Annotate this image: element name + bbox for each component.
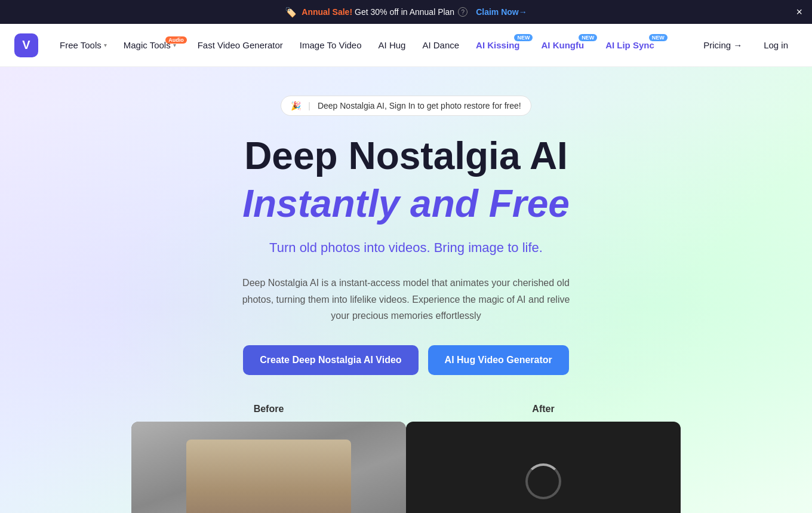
hero-title: Deep Nostalgia AI <box>244 135 568 177</box>
after-image <box>406 422 681 513</box>
ai-hug-video-button[interactable]: AI Hug Video Generator <box>428 345 569 375</box>
logo-icon: V <box>14 33 38 57</box>
nav-right: Pricing → Log in <box>696 35 798 55</box>
ai-hug-label: AI Hug <box>379 40 406 50</box>
ai-kissing-label: AI Kissing <box>476 40 519 50</box>
magic-tools-label: Magic Tools <box>124 40 171 50</box>
pricing-label: Pricing <box>703 40 731 50</box>
loading-spinner <box>525 463 561 499</box>
navbar: V Free Tools ▾ Magic Tools ▾ Audio Fast … <box>0 24 812 67</box>
nav-item-free-tools[interactable]: Free Tools ▾ <box>53 35 114 55</box>
chip-divider: | <box>308 101 310 110</box>
ai-dance-label: AI Dance <box>422 40 459 50</box>
login-button[interactable]: Log in <box>754 35 798 55</box>
nav-item-ai-hug[interactable]: AI Hug <box>371 35 413 55</box>
before-column: Before <box>131 404 406 513</box>
chip-text: Deep Nostalgia AI, Sign In to get photo … <box>318 101 521 110</box>
hero-title-colored: Instantly and Free <box>242 182 570 226</box>
chevron-down-icon: ▾ <box>104 42 107 48</box>
hero-buttons: Create Deep Nostalgia AI Video AI Hug Vi… <box>243 345 569 375</box>
vintage-photo <box>131 422 406 513</box>
hero-subtitle: Turn old photos into videos. Bring image… <box>269 240 543 256</box>
nav-item-ai-dance[interactable]: AI Dance <box>415 35 466 55</box>
announcement-close-button[interactable]: × <box>796 6 802 19</box>
tag-icon: 🏷️ <box>285 7 297 18</box>
nav-item-ai-kissing[interactable]: AI Kissing NEW <box>469 35 531 55</box>
announcement-bar: 🏷️ Annual Sale! Get 30% off in Annual Pl… <box>0 0 812 24</box>
hero-subtitle-end: . <box>539 240 543 255</box>
ai-kungfu-badge: NEW <box>579 34 597 41</box>
chip-emoji: 🎉 <box>291 101 301 110</box>
nav-items: Free Tools ▾ Magic Tools ▾ Audio Fast Vi… <box>53 35 696 55</box>
nav-item-magic-tools[interactable]: Magic Tools ▾ Audio <box>116 35 188 55</box>
logo[interactable]: V <box>14 33 38 57</box>
hero-subtitle-highlight: to life <box>504 240 539 255</box>
nav-item-ai-kungfu[interactable]: AI Kungfu NEW <box>534 35 596 55</box>
ai-lip-sync-badge: NEW <box>649 34 668 41</box>
nav-item-image-to-video[interactable]: Image To Video <box>293 35 369 55</box>
hero-section: 🎉 | Deep Nostalgia AI, Sign In to get ph… <box>0 67 812 513</box>
sale-label: Annual Sale! <box>302 7 352 17</box>
nav-item-fast-video[interactable]: Fast Video Generator <box>190 35 290 55</box>
image-to-video-label: Image To Video <box>300 40 362 50</box>
after-column: After <box>406 404 681 513</box>
pricing-button[interactable]: Pricing → <box>696 35 749 55</box>
sale-description: Get 30% off in Annual Plan <box>355 7 454 17</box>
fast-video-label: Fast Video Generator <box>198 40 283 50</box>
before-after-section: Before After <box>131 404 681 513</box>
before-label: Before <box>131 404 406 414</box>
ai-lip-sync-label: AI Lip Sync <box>605 40 654 50</box>
magic-tools-badge: Audio <box>165 36 187 44</box>
nav-item-ai-lip-sync[interactable]: AI Lip Sync NEW <box>598 35 666 55</box>
claim-now-link[interactable]: Claim Now→ <box>476 7 527 17</box>
create-video-button[interactable]: Create Deep Nostalgia AI Video <box>243 345 418 375</box>
help-icon[interactable]: ? <box>458 7 467 17</box>
hero-description: Deep Nostalgia AI is a instant-access mo… <box>233 275 579 324</box>
free-tools-label: Free Tools <box>60 40 102 50</box>
ai-kissing-badge: NEW <box>514 34 533 41</box>
ai-kungfu-label: AI Kungfu <box>541 40 584 50</box>
hero-subtitle-text: Turn old photos into videos. Bring image <box>269 240 504 255</box>
pricing-arrow: → <box>733 40 742 50</box>
hero-announcement-chip[interactable]: 🎉 | Deep Nostalgia AI, Sign In to get ph… <box>281 96 531 116</box>
after-label: After <box>406 404 681 414</box>
before-image <box>131 422 406 513</box>
